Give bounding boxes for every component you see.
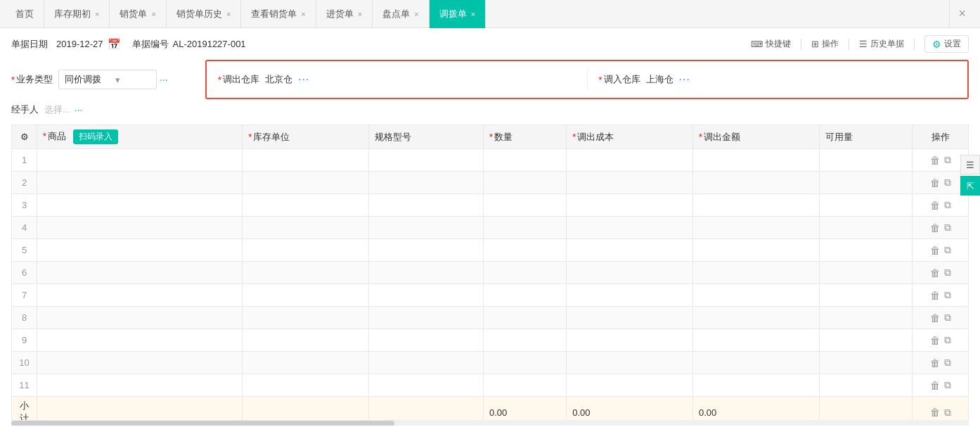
- tab-close-purchase[interactable]: ×: [358, 10, 362, 18]
- delete-row-icon[interactable]: 🗑: [930, 335, 940, 346]
- cell-spec[interactable]: [368, 374, 483, 397]
- window-close-button[interactable]: ×: [949, 0, 974, 28]
- cell-amount[interactable]: [692, 149, 819, 172]
- subtotal-copy-icon[interactable]: ⧉: [944, 407, 951, 419]
- copy-row-icon[interactable]: ⧉: [944, 244, 951, 256]
- cell-unit[interactable]: [243, 239, 369, 262]
- delete-row-icon[interactable]: 🗑: [930, 312, 940, 324]
- tab-transfer[interactable]: 调拨单 ×: [430, 0, 486, 28]
- cell-qty[interactable]: [483, 172, 566, 194]
- cell-qty[interactable]: [483, 262, 566, 284]
- cell-unit[interactable]: [243, 352, 369, 374]
- cell-amount[interactable]: [692, 374, 819, 397]
- copy-row-icon[interactable]: ⧉: [944, 267, 951, 279]
- delete-row-icon[interactable]: 🗑: [930, 245, 940, 256]
- tab-home[interactable]: 首页: [6, 0, 44, 28]
- biz-type-dropdown[interactable]: 同价调拨 ▾: [58, 70, 157, 89]
- cell-cost[interactable]: [567, 262, 693, 284]
- cell-amount[interactable]: [692, 172, 819, 194]
- cell-spec[interactable]: [368, 194, 483, 217]
- cell-product[interactable]: [37, 374, 243, 397]
- person-more-icon[interactable]: ···: [75, 104, 83, 115]
- cell-product[interactable]: [37, 149, 243, 172]
- cell-amount[interactable]: [692, 307, 819, 329]
- horizontal-scrollbar[interactable]: [11, 420, 969, 426]
- cell-spec[interactable]: [368, 284, 483, 307]
- tab-close-transfer[interactable]: ×: [471, 10, 475, 18]
- cell-amount[interactable]: [692, 239, 819, 262]
- cell-qty[interactable]: [483, 374, 566, 397]
- calendar-icon[interactable]: 📅: [108, 38, 121, 51]
- delete-row-icon[interactable]: 🗑: [930, 222, 940, 234]
- in-warehouse-more-icon[interactable]: ···: [679, 73, 690, 86]
- cell-qty[interactable]: [483, 149, 566, 172]
- cell-qty[interactable]: [483, 239, 566, 262]
- tab-sales-history[interactable]: 销货单历史 ×: [167, 0, 241, 28]
- copy-row-icon[interactable]: ⧉: [944, 177, 951, 189]
- cell-cost[interactable]: [567, 352, 693, 374]
- cell-spec[interactable]: [368, 307, 483, 329]
- shortcut-btn[interactable]: ⌨ 快捷键: [751, 38, 791, 50]
- th-settings[interactable]: ⚙: [12, 125, 37, 149]
- cell-product[interactable]: [37, 329, 243, 352]
- out-warehouse-more-icon[interactable]: ···: [298, 73, 309, 86]
- operation-btn[interactable]: ⊞ 操作: [811, 38, 839, 50]
- cell-cost[interactable]: [567, 329, 693, 352]
- history-btn[interactable]: ☰ 历史单据: [859, 38, 904, 50]
- cell-product[interactable]: [37, 194, 243, 217]
- delete-row-icon[interactable]: 🗑: [930, 380, 940, 391]
- float-list-btn[interactable]: ☰: [960, 155, 980, 174]
- delete-row-icon[interactable]: 🗑: [930, 357, 940, 369]
- tab-purchase[interactable]: 进货单 ×: [316, 0, 373, 28]
- tab-close-sales-order[interactable]: ×: [151, 10, 155, 18]
- tab-view-sales[interactable]: 查看销货单 ×: [241, 0, 316, 28]
- cell-amount[interactable]: [692, 217, 819, 239]
- cell-unit[interactable]: [243, 329, 369, 352]
- cell-unit[interactable]: [243, 149, 369, 172]
- cell-unit[interactable]: [243, 307, 369, 329]
- delete-row-icon[interactable]: 🗑: [930, 177, 940, 189]
- cell-qty[interactable]: [483, 352, 566, 374]
- cell-cost[interactable]: [567, 194, 693, 217]
- cell-product[interactable]: [37, 172, 243, 194]
- cell-spec[interactable]: [368, 329, 483, 352]
- cell-amount[interactable]: [692, 262, 819, 284]
- copy-row-icon[interactable]: ⧉: [944, 154, 951, 166]
- tab-close-inventory-init[interactable]: ×: [95, 10, 99, 18]
- tab-inventory-init[interactable]: 库存期初 ×: [44, 0, 110, 28]
- cell-cost[interactable]: [567, 217, 693, 239]
- cell-spec[interactable]: [368, 352, 483, 374]
- cell-spec[interactable]: [368, 262, 483, 284]
- cell-unit[interactable]: [243, 284, 369, 307]
- cell-spec[interactable]: [368, 217, 483, 239]
- cell-spec[interactable]: [368, 239, 483, 262]
- cell-unit[interactable]: [243, 194, 369, 217]
- tab-close-sales-history[interactable]: ×: [226, 10, 231, 18]
- cell-product[interactable]: [37, 239, 243, 262]
- cell-product[interactable]: [37, 307, 243, 329]
- copy-row-icon[interactable]: ⧉: [944, 312, 951, 324]
- copy-row-icon[interactable]: ⧉: [944, 199, 951, 211]
- cell-product[interactable]: [37, 217, 243, 239]
- cell-cost[interactable]: [567, 172, 693, 194]
- cell-unit[interactable]: [243, 262, 369, 284]
- cell-qty[interactable]: [483, 307, 566, 329]
- cell-qty[interactable]: [483, 329, 566, 352]
- cell-amount[interactable]: [692, 284, 819, 307]
- cell-product[interactable]: [37, 352, 243, 374]
- tab-close-stocktake[interactable]: ×: [414, 10, 418, 18]
- copy-row-icon[interactable]: ⧉: [944, 334, 951, 346]
- cell-unit[interactable]: [243, 374, 369, 397]
- scan-button[interactable]: 扫码录入: [73, 129, 118, 144]
- cell-spec[interactable]: [368, 172, 483, 194]
- cell-qty[interactable]: [483, 217, 566, 239]
- cell-cost[interactable]: [567, 149, 693, 172]
- tab-close-view-sales[interactable]: ×: [301, 10, 305, 18]
- cell-cost[interactable]: [567, 239, 693, 262]
- settings-button[interactable]: ⚙ 设置: [924, 35, 969, 53]
- cell-cost[interactable]: [567, 307, 693, 329]
- copy-row-icon[interactable]: ⧉: [944, 379, 951, 391]
- float-expand-btn[interactable]: ⇱: [960, 176, 980, 196]
- person-select[interactable]: 选择...: [44, 103, 70, 116]
- cell-cost[interactable]: [567, 284, 693, 307]
